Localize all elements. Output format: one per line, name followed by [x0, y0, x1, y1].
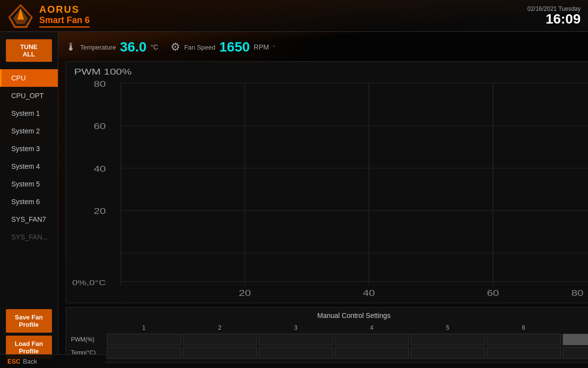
svg-text:PWM 100%: PWM 100% [74, 67, 132, 76]
fan-icon: ⚙ [171, 41, 180, 53]
sidebar-item-sysfan7[interactable]: SYS_FAN7 [0, 210, 58, 228]
thermometer-icon: 🌡 [66, 41, 76, 53]
pwm-input-5[interactable] [411, 334, 485, 345]
pwm-input-7[interactable] [563, 334, 588, 345]
fanspeed-stat: ⚙ Fan Speed 1650 RPM ° [171, 39, 275, 55]
fan-curve-chart[interactable]: PWM 100% 80 60 [66, 61, 588, 303]
save-fan-profile-button[interactable]: Save Fan Profile [6, 309, 52, 333]
pwm-input-3[interactable] [259, 334, 333, 345]
manual-control-title: Manual Control Settings [71, 312, 588, 319]
temp-input-6[interactable] [487, 347, 561, 359]
pwm-input-6[interactable] [487, 334, 561, 345]
temp-input-5[interactable] [411, 347, 485, 359]
fan-label: Fan Speed [184, 44, 216, 51]
pwm-input-1[interactable] [107, 334, 181, 345]
col-header-1: 1 [107, 323, 181, 332]
svg-text:80: 80 [94, 79, 106, 88]
pwm-input-4[interactable] [335, 334, 409, 345]
col-header-5: 5 [411, 323, 485, 332]
clock-area: 02/16/2021 Tuesday 16:09 [527, 5, 581, 26]
svg-text:40: 40 [94, 164, 106, 173]
temp-label: Temperature [80, 44, 116, 51]
aorus-text: AORUS Smart Fan 6 [39, 4, 90, 27]
manual-control-grid: 1 2 3 4 5 6 7 PWM(%) [71, 323, 588, 359]
pwm-input-2[interactable] [183, 334, 257, 345]
esc-key[interactable]: ESC [7, 358, 21, 365]
app-header: AORUS Smart Fan 6 02/16/2021 Tuesday 16:… [0, 0, 588, 32]
svg-text:0%,0°C: 0%,0°C [72, 279, 106, 287]
temp-value: 36.0 [120, 39, 147, 55]
aorus-logo-icon [7, 2, 34, 29]
manual-control-section: Manual Control Settings 1 2 3 4 5 6 7 PW… [66, 307, 588, 363]
center-panel: 🌡 Temperature 36.0 °C ⚙ Fan Speed 1650 R… [58, 32, 588, 368]
col-header-7: 7 [563, 323, 588, 332]
tune-all-button[interactable]: TUNE ALL [6, 39, 52, 62]
fan-unit: RPM [254, 43, 269, 51]
rpm-degree-symbol: ° [273, 45, 275, 50]
sidebar-item-system6[interactable]: System 6 [0, 193, 58, 210]
col-header-6: 6 [487, 323, 561, 332]
stats-bar: 🌡 Temperature 36.0 °C ⚙ Fan Speed 1650 R… [66, 37, 588, 57]
temperature-stat: 🌡 Temperature 36.0 °C [66, 39, 158, 55]
fan-value: 1650 [220, 39, 250, 55]
svg-text:80: 80 [571, 289, 584, 297]
bottom-bar: ESC Back [0, 354, 105, 368]
svg-text:60: 60 [487, 289, 499, 297]
col-header-2: 2 [183, 323, 257, 332]
sidebar-item-system4[interactable]: System 4 [0, 158, 58, 175]
sidebar-item-system1[interactable]: System 1 [0, 105, 58, 122]
sidebar-item-system5[interactable]: System 5 [0, 175, 58, 193]
empty-header-cell [71, 323, 105, 332]
sidebar-item-system3[interactable]: System 3 [0, 140, 58, 158]
svg-text:40: 40 [363, 289, 375, 297]
pwm-label: PWM(%) [71, 334, 105, 345]
clock-time: 16:09 [527, 12, 581, 26]
temp-unit: °C [150, 43, 158, 51]
sidebar-items-list: CPU CPU_OPT System 1 System 2 System 3 S… [0, 69, 58, 305]
temp-input-1[interactable] [107, 347, 181, 359]
temp-input-2[interactable] [183, 347, 257, 359]
svg-rect-2 [66, 62, 588, 303]
brand-name: AORUS [39, 4, 90, 15]
sidebar-item-sysfan-more[interactable]: SYS_FAN... [0, 228, 58, 246]
fan-curve-svg: PWM 100% 80 60 [66, 62, 588, 303]
sidebar-item-cpu[interactable]: CPU [0, 69, 58, 87]
sidebar: TUNE ALL CPU CPU_OPT System 1 System 2 S… [0, 32, 58, 368]
app-title: Smart Fan 6 [39, 15, 90, 27]
back-label: Back [23, 358, 37, 365]
sidebar-item-cpu-opt[interactable]: CPU_OPT [0, 87, 58, 105]
temp-input-3[interactable] [259, 347, 333, 359]
temp-input-4[interactable] [335, 347, 409, 359]
svg-text:20: 20 [239, 289, 251, 297]
col-header-4: 4 [335, 323, 409, 332]
svg-text:20: 20 [94, 207, 106, 216]
svg-text:60: 60 [94, 122, 106, 131]
logo-area: AORUS Smart Fan 6 [7, 2, 90, 29]
temp-input-7[interactable] [563, 347, 588, 359]
col-header-3: 3 [259, 323, 333, 332]
sidebar-item-system2[interactable]: System 2 [0, 122, 58, 140]
